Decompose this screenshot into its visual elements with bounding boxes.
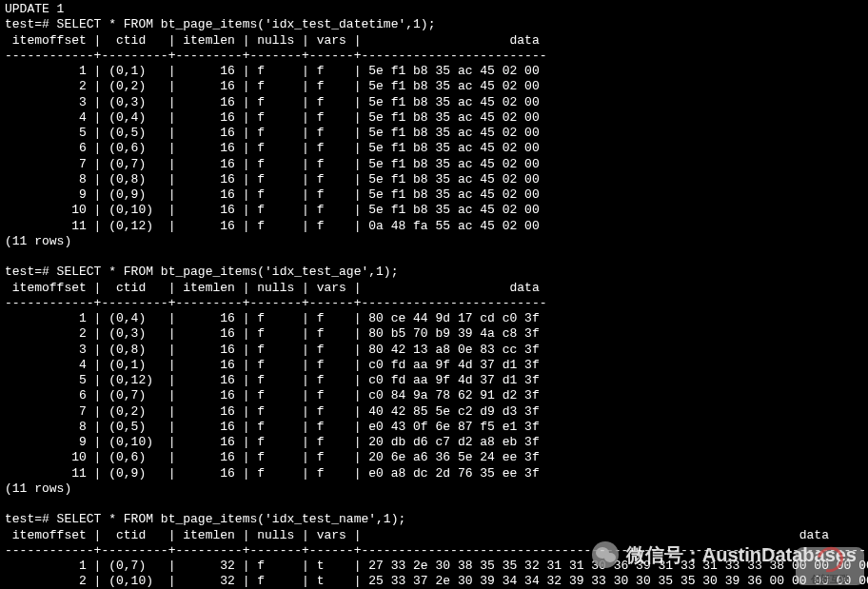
brand-ring-icon bbox=[813, 542, 848, 577]
terminal-output[interactable]: UPDATE 1 test=# SELECT * FROM bt_page_it… bbox=[0, 0, 868, 589]
brand-text: 创新互联 bbox=[811, 574, 849, 586]
corner-brand-logo: 创新互联 bbox=[796, 547, 864, 585]
wechat-icon bbox=[592, 541, 619, 568]
